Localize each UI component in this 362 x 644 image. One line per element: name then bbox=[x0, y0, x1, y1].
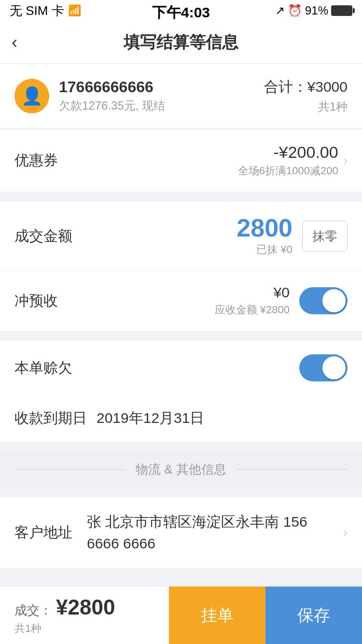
section-divider-4 bbox=[0, 488, 362, 497]
bottom-info: 成交： ¥2800 共1种 bbox=[0, 595, 169, 636]
prepay-amount: ¥0 bbox=[215, 284, 290, 301]
deal-amount-number: 2800 bbox=[237, 215, 292, 240]
bad-debt-row: 本单赊欠 bbox=[0, 340, 362, 395]
bad-debt-label: 本单赊欠 bbox=[14, 358, 72, 378]
customer-total: 合计：¥3000 bbox=[264, 77, 348, 97]
section-divider-1 bbox=[0, 192, 362, 202]
due-date-label: 收款到期日 bbox=[14, 408, 87, 428]
hold-button[interactable]: 挂单 bbox=[169, 587, 265, 644]
coupon-right: -¥200.00 全场6折满1000减200 › bbox=[238, 143, 348, 178]
coupon-discount: -¥200.00 bbox=[238, 143, 338, 162]
battery-icon bbox=[331, 5, 352, 16]
divider-line-left bbox=[14, 469, 126, 470]
back-button[interactable]: ‹ bbox=[12, 32, 17, 53]
battery-text: 91% bbox=[305, 4, 328, 17]
section-divider-3 bbox=[0, 442, 362, 451]
deal-erased-label: 已抹 ¥0 bbox=[237, 242, 292, 257]
prepay-row: 冲预收 ¥0 应收金额 ¥2800 bbox=[0, 270, 362, 331]
bottom-deal-label: 成交： bbox=[14, 602, 52, 619]
bad-debt-toggle[interactable] bbox=[299, 354, 348, 381]
due-date-value: 2019年12月31日 bbox=[97, 408, 204, 428]
customer-card: 👤 17666666666 欠款1276.35元, 现结 合计：¥3000 共1… bbox=[0, 64, 362, 128]
deal-amount-value: 2800 已抹 ¥0 bbox=[237, 215, 292, 257]
customer-right: 合计：¥3000 共1种 bbox=[264, 77, 348, 114]
no-sim-text: 无 SIM 卡 bbox=[10, 2, 64, 19]
prepay-receivable: 应收金额 ¥2800 bbox=[215, 303, 290, 317]
avatar: 👤 bbox=[14, 79, 49, 113]
coupon-label: 优惠券 bbox=[14, 151, 58, 170]
save-button[interactable]: 保存 bbox=[265, 587, 362, 644]
status-right: ↗ ⏰ 91% bbox=[275, 4, 352, 17]
prepay-values: ¥0 应收金额 ¥2800 bbox=[215, 284, 290, 317]
avatar-icon: 👤 bbox=[21, 86, 43, 106]
deal-right: 2800 已抹 ¥0 抹零 bbox=[237, 215, 348, 257]
prepay-right: ¥0 应收金额 ¥2800 bbox=[215, 284, 348, 317]
customer-left: 👤 17666666666 欠款1276.35元, 现结 bbox=[14, 78, 165, 113]
divider-line-right bbox=[236, 469, 348, 470]
bottom-deal-amount: ¥2800 bbox=[56, 595, 115, 619]
erase-button[interactable]: 抹零 bbox=[302, 221, 348, 252]
customer-info: 17666666666 欠款1276.35元, 现结 bbox=[59, 78, 165, 113]
chevron-right-icon: › bbox=[343, 153, 348, 168]
coupon-row[interactable]: 优惠券 -¥200.00 全场6折满1000减200 › bbox=[0, 129, 362, 192]
section-divider-2 bbox=[0, 331, 362, 340]
due-date-row: 收款到期日 2019年12月31日 bbox=[0, 395, 362, 442]
address-value: 张 北京市市辖区海淀区永丰南 156 6666 6666 bbox=[87, 511, 343, 554]
customer-phone: 17666666666 bbox=[59, 78, 165, 96]
bottom-count: 共1种 bbox=[14, 621, 154, 636]
status-bar: 无 SIM 卡 📶 下午4:03 ↗ ⏰ 91% bbox=[0, 0, 362, 21]
deal-amount-row: 成交金额 2800 已抹 ¥0 抹零 bbox=[0, 202, 362, 270]
coupon-amount: -¥200.00 全场6折满1000减200 bbox=[238, 143, 338, 178]
logistics-label: 物流 & 其他信息 bbox=[136, 461, 226, 478]
bottom-deal: 成交： ¥2800 bbox=[14, 595, 154, 619]
logistics-divider: 物流 & 其他信息 bbox=[0, 451, 362, 488]
nav-bar: ‹ 填写结算等信息 bbox=[0, 21, 362, 64]
location-icon: ↗ bbox=[275, 4, 285, 17]
customer-debt: 欠款1276.35元, 现结 bbox=[59, 98, 165, 113]
address-label: 客户地址 bbox=[14, 523, 72, 543]
address-chevron-icon: › bbox=[343, 525, 348, 540]
address-row[interactable]: 客户地址 张 北京市市辖区海淀区永丰南 156 6666 6666 › bbox=[0, 497, 362, 568]
customer-count: 共1种 bbox=[264, 99, 348, 114]
bottom-bar: 成交： ¥2800 共1种 挂单 保存 bbox=[0, 586, 362, 644]
deal-amount-label: 成交金额 bbox=[14, 226, 72, 246]
wifi-icon: 📶 bbox=[68, 4, 81, 17]
page-title: 填写结算等信息 bbox=[124, 31, 238, 54]
prepay-label: 冲预收 bbox=[14, 291, 58, 311]
coupon-description: 全场6折满1000减200 bbox=[238, 164, 338, 178]
alarm-icon: ⏰ bbox=[288, 4, 302, 17]
status-left: 无 SIM 卡 📶 bbox=[10, 2, 81, 19]
content: 👤 17666666666 欠款1276.35元, 现结 合计：¥3000 共1… bbox=[0, 64, 362, 644]
status-time: 下午4:03 bbox=[152, 3, 210, 23]
prepay-toggle[interactable] bbox=[299, 287, 348, 314]
